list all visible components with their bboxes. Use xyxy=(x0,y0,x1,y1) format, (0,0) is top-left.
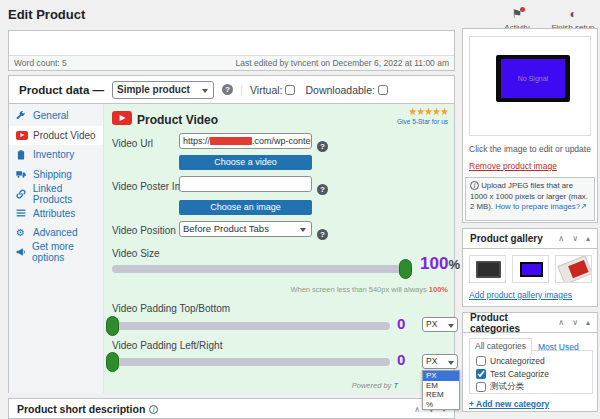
info-icon[interactable]: i xyxy=(149,405,158,414)
gallery-thumb-blue-tv[interactable] xyxy=(512,255,549,283)
padding-tb-slider[interactable] xyxy=(112,322,390,330)
tab-get-more-options[interactable]: Get more options xyxy=(9,243,103,263)
tab-attributes[interactable]: Attributes xyxy=(9,204,103,224)
no-signal-text: No Signal xyxy=(518,75,548,82)
gallery-thumb-tilted-device[interactable] xyxy=(555,255,592,283)
product-type-select[interactable]: Simple product xyxy=(112,81,214,99)
category-checkbox[interactable] xyxy=(476,369,486,379)
tab-shipping[interactable]: Shipping xyxy=(9,165,103,185)
tab-general[interactable]: General xyxy=(9,106,103,126)
product-image[interactable]: No Signal xyxy=(469,36,591,136)
unit-option-em[interactable]: EM xyxy=(423,381,459,391)
categories-title: Product categories xyxy=(470,312,558,334)
unit-option-rem[interactable]: REM xyxy=(423,390,459,400)
tab-product-video[interactable]: Product Video xyxy=(9,126,103,146)
url-suffix: .com/wp-content/uploads/ xyxy=(252,136,312,146)
short-description-panel: Product short description i ∧ ∨ ▾ xyxy=(8,398,455,419)
rating-caption[interactable]: Give 5-Star for us xyxy=(397,118,448,125)
move-up-icon[interactable]: ∧ xyxy=(414,405,420,414)
poster-image-input[interactable] xyxy=(179,176,312,192)
tilted-device-image xyxy=(557,255,592,283)
unit-dropdown: PX EM REM % xyxy=(422,370,460,410)
info-icon: i xyxy=(470,181,479,190)
padding-lr-unit-select[interactable]: PX xyxy=(422,354,458,369)
move-up-icon[interactable]: ∧ xyxy=(558,318,564,327)
padding-lr-slider[interactable] xyxy=(112,358,390,366)
help-icon[interactable]: ? xyxy=(317,223,328,241)
category-checkbox[interactable] xyxy=(476,382,486,392)
image-hint: Click the image to edit or update xyxy=(469,144,591,154)
prepare-images-link[interactable]: How to prepare images?↗ xyxy=(495,202,587,211)
tab-inventory[interactable]: Inventory xyxy=(9,145,103,165)
move-up-icon[interactable]: ∧ xyxy=(558,234,564,243)
remove-product-image-link[interactable]: Remove product image xyxy=(469,161,557,171)
add-gallery-images-link[interactable]: Add product gallery images xyxy=(469,290,572,300)
downloadable-checkbox[interactable] xyxy=(378,85,388,95)
chevron-down-icon xyxy=(448,361,454,365)
padding-lr-value: 0 xyxy=(397,351,405,368)
product-gallery-panel: Product gallery ∧ ∨ ▴ Add product galler… xyxy=(462,228,598,307)
tab-label: Advanced xyxy=(33,227,77,238)
virtual-checkbox[interactable] xyxy=(285,85,295,95)
short-description-title: Product short description xyxy=(17,403,145,415)
youtube-play-icon xyxy=(112,111,132,125)
padding-tb-handle[interactable] xyxy=(106,316,119,336)
unit-option-percent[interactable]: % xyxy=(423,400,459,410)
no-signal-screen: No Signal xyxy=(501,59,565,98)
tab-label: Attributes xyxy=(33,208,75,219)
toggle-panel-icon[interactable]: ▴ xyxy=(586,318,590,327)
product-categories-panel: Product categories ∧ ∨ ▴ All categories … xyxy=(462,312,598,412)
help-icon[interactable]: ? xyxy=(317,178,328,196)
product-type-value: Simple product xyxy=(117,84,190,95)
chevron-down-icon xyxy=(202,89,208,93)
video-position-select[interactable]: Before Product Tabs xyxy=(179,221,312,237)
tab-linked-products[interactable]: Linked Products xyxy=(9,184,103,204)
tv-image: No Signal xyxy=(496,55,570,102)
video-url-label: Video Url xyxy=(112,138,153,149)
downloadable-label: Downloadable: xyxy=(305,84,374,96)
powered-by-link[interactable]: T xyxy=(393,381,398,390)
category-checkbox[interactable] xyxy=(476,356,486,366)
video-size-value: 100% xyxy=(420,254,460,274)
move-down-icon[interactable]: ∨ xyxy=(572,318,578,327)
tab-all-categories[interactable]: All categories xyxy=(469,338,532,354)
word-count: Word count: 5 xyxy=(14,56,67,70)
wrench-icon xyxy=(16,111,29,121)
description-editor[interactable]: Word count: 5 Last edited by tvncent on … xyxy=(8,30,455,71)
choose-image-button[interactable]: Choose an image xyxy=(179,200,312,215)
unit-value: PX xyxy=(426,319,437,329)
video-size-handle[interactable] xyxy=(399,259,412,279)
link-icon xyxy=(16,189,29,199)
category-item: Test Categorize xyxy=(476,367,592,380)
powered-by: Powered by T xyxy=(352,381,398,390)
padding-tb-unit-select[interactable]: PX xyxy=(422,317,458,332)
category-label: Test Categorize xyxy=(490,369,549,379)
url-prefix: https:// xyxy=(183,136,210,146)
toggle-panel-icon[interactable]: ▴ xyxy=(586,234,590,243)
last-edited: Last edited by tvncent on December 6, 20… xyxy=(236,56,449,70)
tab-advanced[interactable]: ⚙ Advanced xyxy=(9,223,103,243)
five-stars-icon[interactable]: ★★★★★ xyxy=(408,106,448,117)
clipboard-icon xyxy=(16,150,29,160)
unit-option-px[interactable]: PX xyxy=(423,371,459,381)
help-icon[interactable]: ? xyxy=(317,135,328,153)
move-down-icon[interactable]: ∨ xyxy=(572,234,578,243)
category-item: 测试分类 xyxy=(476,380,592,393)
add-new-category-link[interactable]: + Add new category xyxy=(469,399,549,409)
unit-value: PX xyxy=(426,356,437,366)
editor-status-bar: Word count: 5 Last edited by tvncent on … xyxy=(9,55,454,70)
video-size-slider[interactable] xyxy=(112,265,412,273)
gallery-thumb-dark-tv[interactable] xyxy=(469,255,506,283)
video-url-input[interactable]: https://.com/wp-content/uploads/ xyxy=(179,133,312,149)
virtual-label: Virtual: xyxy=(250,84,283,96)
choose-video-button[interactable]: Choose a video xyxy=(179,155,312,170)
blue-tv-image xyxy=(520,262,543,277)
help-icon[interactable]: ? xyxy=(222,84,233,95)
tab-label: General xyxy=(33,110,69,121)
product-data-tabs: General Product Video Inventory Shipping… xyxy=(9,104,104,393)
flag-icon: ⚑ xyxy=(512,8,523,21)
tab-label: Inventory xyxy=(33,149,74,160)
chevron-down-icon xyxy=(300,228,306,232)
padding-lr-handle[interactable] xyxy=(106,352,119,372)
tab-label: Shipping xyxy=(33,169,72,180)
